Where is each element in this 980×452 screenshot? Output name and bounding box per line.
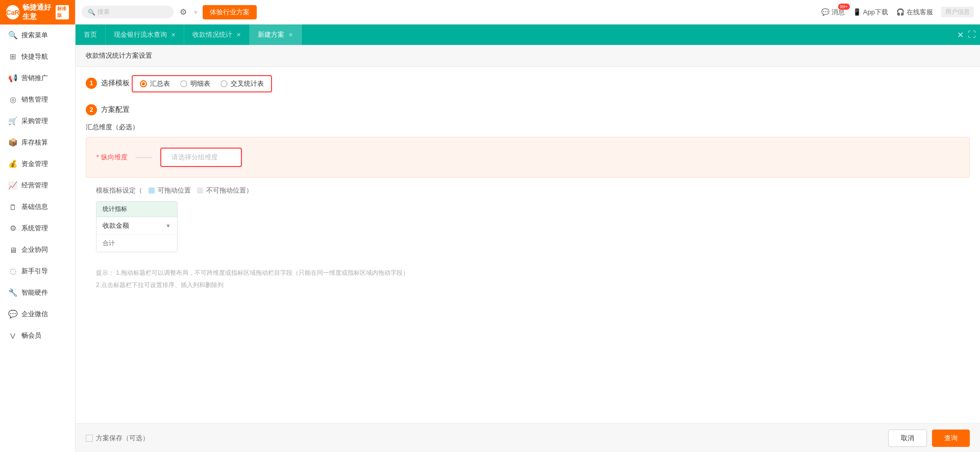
nondrag-dot: [197, 187, 203, 194]
page-header: 收款情况统计方案设置: [76, 45, 980, 67]
download-icon: 📱: [853, 8, 861, 16]
tabbar: 首页 现金银行流水查询 ✕ 收款情况统计 ✕ 新建方案 ✕ ✕ ⛶: [76, 25, 980, 45]
radio-summary[interactable]: 汇总表: [140, 79, 170, 88]
sidebar-item-nav[interactable]: ⊞ 快捷导航: [0, 46, 75, 67]
tab-newplan[interactable]: 新建方案 ✕: [250, 25, 302, 45]
footer-buttons: 取消 查询: [888, 430, 970, 447]
step1-section: 1 选择模板 汇总表 明细表 交叉统计表: [76, 67, 980, 104]
sidebar-item-search[interactable]: 🔍 搜索菜单: [0, 25, 75, 46]
radio-cross-label: 交叉统计表: [231, 79, 264, 88]
sidebar-label: 库存核算: [21, 138, 48, 147]
basic-icon: 🗒: [8, 203, 17, 211]
query-button[interactable]: 查询: [932, 430, 970, 447]
tab-actions: ✕ ⛶: [957, 25, 980, 45]
sidebar-label: 营销推广: [21, 74, 48, 83]
trial-button[interactable]: 体验行业方案: [203, 5, 257, 19]
footer: 方案保存（可选） 取消 查询: [76, 423, 980, 452]
sidebar-label: 资金管理: [21, 159, 48, 169]
sidebar-label: 经营管理: [21, 181, 48, 190]
metrics-cell-total: 合计: [96, 234, 177, 252]
purchase-icon: 🛒: [8, 116, 17, 126]
messages-button[interactable]: 💬 消息 99+: [821, 8, 845, 17]
dimension-area: * 纵向维度 —— 请选择分组维度: [86, 137, 970, 178]
drag-label2: 不可拖动位置）: [206, 186, 253, 195]
search-icon: 🔍: [88, 9, 95, 16]
metrics-section: 模板指标设定（ 可拖动位置 不可拖动位置） 统计指标 收款: [86, 178, 970, 260]
sidebar-item-inventory[interactable]: 📦 库存核算: [0, 132, 75, 153]
settings-icon[interactable]: ⚙: [180, 7, 187, 17]
sidebar-item-purchase[interactable]: 🛒 采购管理: [0, 110, 75, 132]
sidebar-item-sales[interactable]: ◎ 销售管理: [0, 89, 75, 110]
sidebar-label: 快捷导航: [21, 52, 48, 61]
newbie-icon: ◌: [8, 267, 17, 276]
row-dimension-label: * 纵向维度: [96, 153, 128, 162]
sidebar-item-operations[interactable]: 📈 经营管理: [0, 175, 75, 196]
tab-collection[interactable]: 收款情况统计 ✕: [184, 25, 250, 45]
search-placeholder: 搜索: [97, 8, 110, 16]
radio-cross[interactable]: 交叉统计表: [220, 79, 264, 88]
online-support-button[interactable]: 🎧 在线客服: [896, 8, 933, 17]
sidebar-item-wechat[interactable]: 💬 企业微信: [0, 303, 75, 325]
sidebar-item-collab[interactable]: 🖥 企业协同: [0, 239, 75, 260]
step1-label: 1 选择模板: [86, 78, 130, 89]
amount-label: 收款金额: [103, 221, 129, 230]
sidebar-label: 销售管理: [21, 95, 48, 104]
save-option[interactable]: 方案保存（可选）: [86, 434, 149, 443]
tab-newplan-label: 新建方案: [258, 30, 284, 39]
sidebar-item-member[interactable]: V 畅会员: [0, 325, 75, 346]
tab-cashflow-label: 现金银行流水查询: [114, 30, 167, 39]
search-bar[interactable]: 🔍 搜索: [82, 6, 174, 18]
sidebar-label: 新手引导: [21, 267, 48, 276]
dropdown-arrow-icon[interactable]: ▼: [193, 9, 199, 15]
dropdown-icon[interactable]: ▼: [165, 223, 171, 229]
dimension-select[interactable]: 请选择分组维度: [160, 148, 242, 167]
app-name: 畅捷通好生意: [22, 3, 54, 21]
inventory-icon: 📦: [8, 138, 17, 147]
wechat-icon: 💬: [8, 310, 17, 319]
close-window-icon[interactable]: ✕: [957, 30, 964, 40]
draggable-dot: [149, 187, 155, 194]
step1-number: 1: [86, 78, 97, 89]
metrics-header: 模板指标设定（ 可拖动位置 不可拖动位置）: [96, 186, 960, 195]
app-download-button[interactable]: 📱 App下载: [853, 8, 888, 17]
sidebar-item-basic[interactable]: 🗒 基础信息: [0, 196, 75, 218]
dimension-title: 汇总维度（必选）: [86, 123, 970, 132]
sidebar-item-finance[interactable]: 💰 资金管理: [0, 153, 75, 175]
save-checkbox[interactable]: [86, 435, 93, 442]
search-menu-icon: 🔍: [8, 31, 17, 40]
sidebar-label: 搜索菜单: [21, 31, 48, 40]
tab-home[interactable]: 首页: [76, 25, 106, 45]
radio-detail[interactable]: 明细表: [180, 79, 210, 88]
cancel-button[interactable]: 取消: [888, 430, 927, 447]
user-info[interactable]: 用户信息: [941, 7, 974, 17]
metrics-cell-amount[interactable]: 收款金额 ▼: [96, 217, 177, 234]
topbar-right: 💬 消息 99+ 📱 App下载 🎧 在线客服 用户信息: [821, 7, 974, 17]
sidebar-item-system[interactable]: ⚙ 系统管理: [0, 218, 75, 239]
tab-collection-label: 收款情况统计: [192, 30, 232, 39]
arrow-icon: ——: [136, 153, 152, 162]
tip-prefix: 提示：: [96, 269, 114, 276]
tab-home-label: 首页: [84, 30, 97, 39]
sidebar-item-marketing[interactable]: 📢 营销推广: [0, 67, 75, 89]
radio-detail-circle: [180, 80, 187, 87]
close-icon[interactable]: ✕: [288, 32, 293, 38]
tab-cashflow[interactable]: 现金银行流水查询 ✕: [106, 25, 184, 45]
close-icon[interactable]: ✕: [236, 32, 241, 38]
sidebar-label: 畅会员: [21, 331, 41, 340]
member-icon: V: [8, 331, 17, 340]
sidebar-label: 智能硬件: [21, 288, 48, 297]
radio-cross-circle: [220, 80, 228, 87]
content-area: 收款情况统计方案设置 1 选择模板 汇总表 明细表: [76, 45, 980, 452]
close-icon[interactable]: ✕: [171, 32, 176, 38]
message-icon: 💬: [821, 8, 829, 16]
sidebar-label: 企业协同: [21, 245, 48, 254]
operations-icon: 📈: [8, 181, 17, 190]
maximize-icon[interactable]: ⛶: [968, 30, 976, 39]
sidebar-item-hardware[interactable]: 🔧 智能硬件: [0, 282, 75, 303]
tip1-text: 提示： 1.拖动标题栏可以调整布局，不可跨维度或指标区域拖动栏目字段（只能在同一…: [96, 267, 960, 279]
main-area: 🔍 搜索 ⚙ ▼ 体验行业方案 💬 消息 99+ 📱 App下载 🎧 在线客服 …: [76, 0, 980, 452]
sidebar-item-newbie[interactable]: ◌ 新手引导: [0, 260, 75, 282]
page-content: 收款情况统计方案设置 1 选择模板 汇总表 明细表: [76, 45, 980, 423]
tip2-text: 2.点击标题栏下拉可设置排序、插入列和删除列: [96, 279, 960, 291]
drag-label1: 可拖动位置: [158, 186, 191, 195]
